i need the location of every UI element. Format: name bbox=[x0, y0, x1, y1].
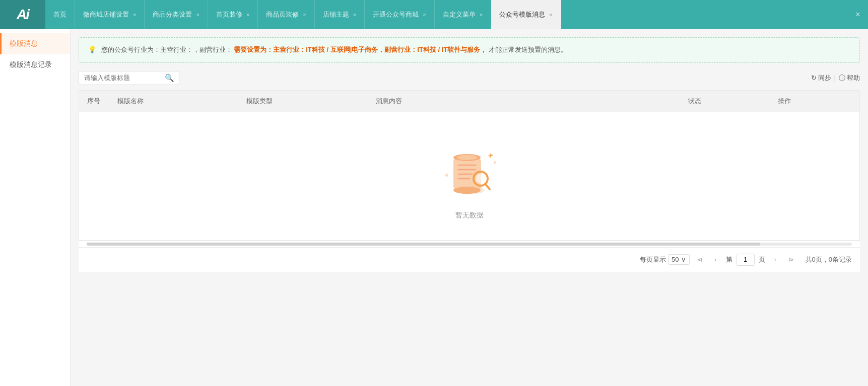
main-layout: 模版消息模版消息记录 💡 您的公众号行业为：主营行业：，副营行业： 需要设置为：… bbox=[0, 29, 868, 386]
search-input[interactable] bbox=[84, 74, 165, 82]
empty-text: 暂无数据 bbox=[455, 211, 484, 220]
svg-point-10 bbox=[476, 174, 486, 184]
scroll-inner bbox=[87, 243, 852, 246]
nav-tab-template-msg[interactable]: 公众号模版消息× bbox=[491, 0, 561, 29]
sidebar: 模版消息模版消息记录 bbox=[0, 29, 71, 386]
toolbar: 🔍 ↻ 同步 | ⓘ 帮助 bbox=[79, 71, 860, 85]
horizontal-scrollbar[interactable] bbox=[79, 241, 860, 247]
tab-close-icon[interactable]: × bbox=[353, 12, 356, 18]
notice-highlight: 需要设置为：主营行业：IT科技 / 互联网|电子商务，副营行业：IT科技 / I… bbox=[234, 46, 487, 53]
nav-tab-category-settings[interactable]: 商品分类设置× bbox=[145, 0, 208, 29]
tab-close-icon[interactable]: × bbox=[549, 12, 552, 18]
nav-tab-home-decoration[interactable]: 首页装修× bbox=[208, 0, 258, 29]
notice-prefix: 您的公众号行业为：主营行业：，副营行业： bbox=[101, 46, 232, 53]
empty-state: 暂无数据 bbox=[79, 112, 859, 240]
svg-point-16 bbox=[445, 174, 448, 177]
table-container: 序号模版名称模版类型消息内容状态操作 bbox=[79, 90, 860, 247]
nav-tabs: 首页微商城店铺设置×商品分类设置×首页装修×商品页装修×店铺主题×开通公众号商城… bbox=[45, 0, 848, 29]
col-header-index: 序号 bbox=[79, 90, 109, 112]
tab-close-icon[interactable]: × bbox=[303, 12, 306, 18]
nav-tab-shop-theme[interactable]: 店铺主题× bbox=[315, 0, 365, 29]
tab-close-icon[interactable]: × bbox=[480, 12, 483, 18]
notice-icon: 💡 bbox=[88, 46, 96, 53]
help-icon: ⓘ bbox=[839, 73, 845, 83]
sidebar-item-template-message-log[interactable]: 模版消息记录 bbox=[0, 54, 70, 75]
col-header-action: 操作 bbox=[770, 90, 860, 112]
search-box[interactable]: 🔍 bbox=[79, 71, 179, 85]
page-label-pre: 第 bbox=[726, 255, 732, 264]
search-button[interactable]: 🔍 bbox=[165, 73, 174, 83]
top-nav: Ai 首页微商城店铺设置×商品分类设置×首页装修×商品页装修×店铺主题×开通公众… bbox=[0, 0, 868, 29]
empty-row: 暂无数据 bbox=[79, 112, 860, 240]
tab-close-icon[interactable]: × bbox=[423, 12, 426, 18]
tab-close-icon[interactable]: × bbox=[196, 12, 199, 18]
col-header-status: 状态 bbox=[680, 90, 769, 112]
sync-label: 同步 bbox=[818, 73, 831, 83]
tab-close-icon[interactable]: × bbox=[133, 12, 136, 18]
col-header-name: 模版名称 bbox=[109, 90, 239, 112]
help-label: 帮助 bbox=[847, 73, 860, 83]
table-body: 暂无数据 bbox=[79, 112, 860, 240]
svg-line-11 bbox=[485, 184, 490, 189]
svg-point-3 bbox=[457, 155, 477, 160]
notice-suffix: 才能正常发送预置的消息。 bbox=[489, 46, 567, 53]
content-area: 💡 您的公众号行业为：主营行业：，副营行业： 需要设置为：主营行业：IT科技 /… bbox=[71, 29, 868, 386]
close-all-button[interactable]: × bbox=[848, 0, 868, 29]
sync-button[interactable]: ↻ 同步 bbox=[811, 73, 831, 83]
page-size-select: 每页显示 50 ∨ bbox=[640, 254, 689, 265]
pagination: 每页显示 50 ∨ ⊲ ‹ 第 页 › ⊳ 共0页，0条记录 bbox=[79, 247, 860, 272]
svg-point-15 bbox=[494, 162, 496, 164]
scroll-thumb bbox=[87, 243, 760, 246]
empty-illustration bbox=[439, 142, 500, 203]
svg-point-4 bbox=[453, 187, 481, 194]
sync-icon: ↻ bbox=[811, 74, 817, 82]
toolbar-divider: | bbox=[834, 74, 836, 82]
logo-text: Ai bbox=[17, 7, 29, 23]
page-total: 共0页，0条记录 bbox=[806, 255, 852, 264]
table-header: 序号模版名称模版类型消息内容状态操作 bbox=[79, 90, 860, 112]
page-input[interactable] bbox=[737, 254, 755, 266]
next-page-button[interactable]: › bbox=[769, 254, 781, 266]
nav-tab-product-decoration[interactable]: 商品页装修× bbox=[258, 0, 314, 29]
col-header-content: 消息内容 bbox=[368, 90, 680, 112]
nav-tab-custom-menu[interactable]: 自定义菜单× bbox=[435, 0, 491, 29]
nav-tab-open-mall[interactable]: 开通公众号商城× bbox=[365, 0, 434, 29]
first-page-button[interactable]: ⊲ bbox=[694, 254, 706, 266]
page-label-suf: 页 bbox=[759, 255, 765, 264]
dropdown-arrow-icon: ∨ bbox=[681, 256, 686, 263]
data-table: 序号模版名称模版类型消息内容状态操作 bbox=[79, 90, 860, 241]
help-button[interactable]: ⓘ 帮助 bbox=[839, 73, 860, 83]
page-size-dropdown[interactable]: 50 ∨ bbox=[668, 254, 689, 265]
page-size-value: 50 bbox=[672, 256, 679, 263]
page-size-label: 每页显示 bbox=[640, 255, 666, 264]
toolbar-right: ↻ 同步 | ⓘ 帮助 bbox=[811, 73, 860, 83]
col-header-type: 模版类型 bbox=[238, 90, 368, 112]
nav-tab-shop-settings[interactable]: 微商城店铺设置× bbox=[75, 0, 145, 29]
notice-box: 💡 您的公众号行业为：主营行业：，副营行业： 需要设置为：主营行业：IT科技 /… bbox=[79, 37, 860, 63]
last-page-button[interactable]: ⊳ bbox=[785, 254, 797, 266]
logo: Ai bbox=[0, 0, 45, 29]
nav-tab-home[interactable]: 首页 bbox=[45, 0, 75, 29]
prev-page-button[interactable]: ‹ bbox=[710, 254, 722, 266]
tab-close-icon[interactable]: × bbox=[246, 12, 249, 18]
sidebar-item-template-message[interactable]: 模版消息 bbox=[0, 33, 70, 54]
